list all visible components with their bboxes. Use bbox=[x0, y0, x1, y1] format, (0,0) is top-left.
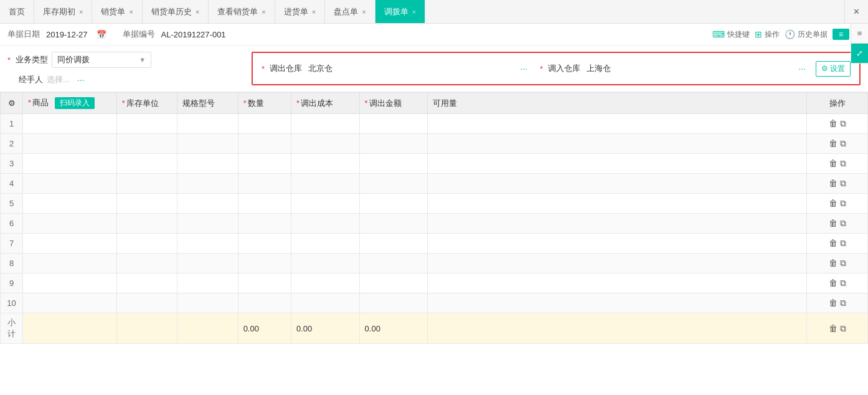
table-row: 3🗑⧉ bbox=[1, 154, 868, 174]
goods-cell-8[interactable] bbox=[23, 254, 117, 274]
delete-row-button-9[interactable]: 🗑 bbox=[829, 278, 837, 288]
tab-home[interactable]: 首页 bbox=[0, 0, 34, 23]
delete-row-button-5[interactable]: 🗑 bbox=[829, 198, 837, 208]
form-section: * 业务类型 同价调拨 ▼ 经手人 选择... ··· * 调出仓库 北京仓 ·… bbox=[0, 45, 868, 92]
spec-cell-7 bbox=[177, 234, 238, 254]
delete-row-button-2[interactable]: 🗑 bbox=[829, 138, 837, 148]
table-header-row: ⚙ *商品 扫码录入 *库存单位 规格型号 *数量 *调出成本 *调出金额 bbox=[1, 93, 868, 114]
tab-close-view-sales[interactable]: × bbox=[262, 8, 265, 16]
tab-bar: 首页库存期初×销货单×销货单历史×查看销货单×进货单×盘点单×调拨单× × bbox=[0, 0, 868, 24]
amount-cell-9 bbox=[359, 274, 428, 293]
qty-cell-5 bbox=[238, 194, 291, 214]
warehouse-in-value[interactable]: 上海仓 bbox=[587, 63, 611, 74]
tab-close-stocktake[interactable]: × bbox=[362, 8, 366, 16]
available-cell-9 bbox=[428, 274, 807, 293]
shortcuts-button[interactable]: ⌨ 快捷键 bbox=[712, 29, 750, 40]
tab-transfer[interactable]: 调拨单× bbox=[375, 0, 425, 23]
settings-column-header[interactable]: ⚙ bbox=[1, 93, 23, 114]
warehouse-out-more-icon[interactable]: ··· bbox=[520, 64, 527, 74]
column-settings-icon[interactable]: ⚙ bbox=[8, 98, 16, 108]
settings-gear-icon: ⚙ bbox=[821, 64, 828, 73]
copy-row-button-6[interactable]: ⧉ bbox=[840, 218, 846, 229]
tab-label-sales-history: 销货单历史 bbox=[151, 6, 192, 17]
table-row: 4🗑⧉ bbox=[1, 174, 868, 194]
tab-view-sales[interactable]: 查看销货单× bbox=[209, 0, 275, 23]
tab-stocktake[interactable]: 盘点单× bbox=[325, 0, 375, 23]
operations-label: 操作 bbox=[765, 29, 780, 40]
tab-sales-history[interactable]: 销货单历史× bbox=[143, 0, 209, 23]
settings-button[interactable]: ⚙ 设置 bbox=[816, 61, 851, 77]
copy-row-button-2[interactable]: ⧉ bbox=[840, 138, 846, 149]
tab-close-transfer[interactable]: × bbox=[412, 8, 416, 16]
row-number-7: 7 bbox=[1, 234, 23, 254]
delete-row-button-4[interactable]: 🗑 bbox=[829, 178, 837, 188]
delete-row-button-1[interactable]: 🗑 bbox=[829, 118, 837, 128]
business-type-select[interactable]: 同价调拨 ▼ bbox=[52, 52, 151, 68]
table-row: 5🗑⧉ bbox=[1, 194, 868, 214]
spec-cell-6 bbox=[177, 214, 238, 234]
delete-row-button-10[interactable]: 🗑 bbox=[829, 298, 837, 308]
close-window-button[interactable]: × bbox=[844, 0, 868, 24]
sidebar-expand-icon[interactable]: ⤢ bbox=[851, 44, 869, 64]
ops-cell-2: 🗑⧉ bbox=[807, 134, 868, 154]
required-star-warehouse-out: * bbox=[262, 64, 265, 74]
form-left: * 业务类型 同价调拨 ▼ 经手人 选择... ··· bbox=[7, 52, 244, 85]
list-view-button[interactable]: ≡ bbox=[833, 29, 849, 40]
goods-cell-2[interactable] bbox=[23, 134, 117, 154]
calendar-icon[interactable]: 📅 bbox=[97, 30, 106, 39]
operations-button[interactable]: ⊞ 操作 bbox=[755, 29, 780, 40]
handler-input[interactable]: 选择... bbox=[47, 74, 70, 85]
copy-row-button-11[interactable]: ⧉ bbox=[840, 323, 846, 334]
cost-cell-4 bbox=[291, 174, 359, 194]
available-cell-2 bbox=[428, 134, 807, 154]
warehouse-in-more-icon[interactable]: ··· bbox=[798, 64, 806, 74]
spec-column-header: 规格型号 bbox=[177, 93, 238, 114]
delete-row-button-6[interactable]: 🗑 bbox=[829, 218, 837, 228]
sidebar-list-icon[interactable]: ≡ bbox=[851, 24, 869, 44]
tab-purchase-order[interactable]: 进货单× bbox=[275, 0, 325, 23]
goods-cell-1[interactable] bbox=[23, 114, 117, 134]
copy-row-button-8[interactable]: ⧉ bbox=[840, 258, 846, 269]
tab-close-initial-stock[interactable]: × bbox=[79, 8, 83, 16]
ops-cell-11: 🗑⧉ bbox=[807, 313, 868, 344]
tab-sales-order[interactable]: 销货单× bbox=[92, 0, 142, 23]
goods-cell-4[interactable] bbox=[23, 174, 117, 194]
scan-button[interactable]: 扫码录入 bbox=[55, 97, 95, 109]
copy-row-button-7[interactable]: ⧉ bbox=[840, 238, 846, 249]
delete-row-button-11[interactable]: 🗑 bbox=[829, 323, 837, 333]
goods-cell-7[interactable] bbox=[23, 234, 117, 254]
goods-cell-3[interactable] bbox=[23, 154, 117, 174]
shortcuts-icon: ⌨ bbox=[712, 29, 725, 39]
goods-cell-6[interactable] bbox=[23, 214, 117, 234]
spec-cell-11 bbox=[177, 313, 238, 344]
copy-row-button-5[interactable]: ⧉ bbox=[840, 198, 846, 209]
delete-row-button-8[interactable]: 🗑 bbox=[829, 258, 837, 268]
delete-row-button-7[interactable]: 🗑 bbox=[829, 238, 837, 248]
tab-label-view-sales: 查看销货单 bbox=[217, 6, 258, 17]
history-button[interactable]: 🕐 历史单据 bbox=[785, 29, 828, 40]
goods-cell-5[interactable] bbox=[23, 194, 117, 214]
copy-row-button-9[interactable]: ⧉ bbox=[840, 278, 846, 288]
tab-close-purchase-order[interactable]: × bbox=[312, 8, 316, 16]
tab-initial-stock[interactable]: 库存期初× bbox=[34, 0, 92, 23]
qty-cell-2 bbox=[238, 134, 291, 154]
warehouse-out-value[interactable]: 北京仓 bbox=[308, 63, 333, 74]
cost-cell-10 bbox=[291, 293, 359, 313]
warehouse-in-label: 调入仓库 bbox=[548, 63, 580, 74]
handler-more-icon[interactable]: ··· bbox=[77, 75, 85, 85]
unit-cell-10 bbox=[116, 293, 177, 313]
unit-cell-6 bbox=[116, 214, 177, 234]
delete-row-button-3[interactable]: 🗑 bbox=[829, 158, 837, 168]
copy-row-button-4[interactable]: ⧉ bbox=[840, 178, 846, 189]
tab-label-initial-stock: 库存期初 bbox=[43, 6, 75, 17]
copy-row-button-10[interactable]: ⧉ bbox=[840, 298, 846, 308]
tab-close-sales-history[interactable]: × bbox=[196, 8, 199, 16]
goods-cell-9[interactable] bbox=[23, 274, 117, 293]
row-number-1: 1 bbox=[1, 114, 23, 134]
tab-close-sales-order[interactable]: × bbox=[129, 8, 133, 16]
cost-cell-8 bbox=[291, 254, 359, 274]
copy-row-button-1[interactable]: ⧉ bbox=[840, 118, 846, 129]
copy-row-button-3[interactable]: ⧉ bbox=[840, 158, 846, 169]
row-number-10: 10 bbox=[1, 293, 23, 313]
goods-cell-10[interactable] bbox=[23, 293, 117, 313]
